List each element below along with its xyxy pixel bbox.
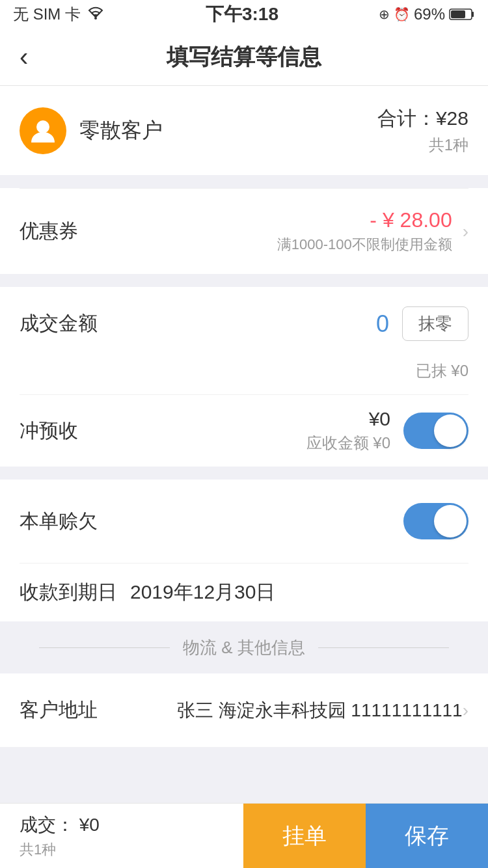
prepay-amount: ¥0: [306, 408, 390, 430]
bottom-bar: 成交： ¥0 共1种 挂单 保存: [0, 803, 488, 868]
battery-label: 69%: [414, 5, 445, 23]
due-date-row[interactable]: 收款到期日 2019年12月30日: [20, 563, 468, 621]
prepay-row: 冲预收 ¥0 应收金额 ¥0: [20, 394, 468, 467]
bottom-summary: 成交： ¥0 共1种: [0, 813, 243, 860]
divider-label: 物流 & 其他信息: [170, 636, 318, 659]
customer-section: 零散客户 合计：¥28 共1种: [0, 86, 488, 175]
debt-section: 本单赊欠 收款到期日 2019年12月30日: [0, 480, 488, 621]
svg-rect-2: [472, 12, 474, 17]
person-icon: [29, 116, 57, 145]
svg-point-0: [94, 17, 97, 20]
coupon-chevron-icon: ›: [463, 221, 468, 242]
alarm-icon: ⏰: [394, 7, 410, 22]
transaction-value: 0: [376, 310, 389, 338]
transaction-row: 成交金额 0 抹零: [20, 287, 468, 360]
due-date-value: 2019年12月30日: [130, 579, 275, 606]
total-amount: 合计：¥28: [377, 105, 468, 132]
wifi-icon: [86, 5, 105, 23]
transaction-right: 0 抹零: [376, 306, 468, 341]
svg-point-4: [36, 120, 49, 133]
transaction-label: 成交金额: [20, 310, 98, 337]
coupon-section: 优惠券 - ¥ 28.00 满1000-100不限制使用金额 ›: [0, 188, 488, 274]
debt-toggle-knob: [434, 505, 467, 537]
coupon-right: - ¥ 28.00 满1000-100不限制使用金额 ›: [277, 208, 468, 254]
prepay-toggle[interactable]: [403, 413, 468, 449]
sep-3: [0, 467, 488, 480]
address-section: 客户地址 张三 海淀永丰科技园 11111111111 ›: [0, 673, 488, 747]
transaction-section: 成交金额 0 抹零 已抹 ¥0 冲预收 ¥0 应收金额 ¥0: [0, 287, 488, 467]
debt-toggle[interactable]: [403, 503, 468, 539]
bottom-summary-count: 共1种: [20, 840, 224, 860]
prepay-sub: 应收金额 ¥0: [306, 433, 390, 454]
no-sim-label: 无 SIM 卡: [13, 4, 81, 25]
status-bar: 无 SIM 卡 下午3:18 ⊕ ⏰ 69%: [0, 0, 488, 29]
debt-row: 本单赊欠: [20, 480, 468, 563]
customer-name: 零散客户: [79, 116, 163, 145]
status-time: 下午3:18: [206, 2, 278, 27]
page-title: 填写结算等信息: [167, 42, 321, 72]
address-label: 客户地址: [20, 697, 98, 724]
customer-avatar: [20, 107, 66, 154]
toggle-knob: [434, 414, 467, 447]
total-count: 共1种: [377, 135, 468, 156]
customer-left: 零散客户: [20, 107, 163, 154]
divider-section: 物流 & 其他信息: [0, 621, 488, 673]
coupon-label: 优惠券: [20, 218, 78, 245]
nav-bar: ‹ 填写结算等信息: [0, 29, 488, 86]
prepay-label: 冲预收: [20, 418, 78, 444]
address-row[interactable]: 客户地址 张三 海淀永丰科技园 11111111111 ›: [20, 673, 468, 747]
address-chevron-icon: ›: [463, 700, 468, 721]
prepay-right: ¥0 应收金额 ¥0: [306, 408, 468, 454]
due-date-label: 收款到期日: [20, 579, 117, 606]
pending-button[interactable]: 挂单: [243, 804, 366, 869]
status-left: 无 SIM 卡: [13, 4, 105, 25]
battery-icon: [449, 8, 475, 21]
prepay-values: ¥0 应收金额 ¥0: [306, 408, 390, 454]
customer-row: 零散客户 合计：¥28 共1种: [20, 86, 468, 175]
coupon-desc: 满1000-100不限制使用金额: [277, 235, 452, 254]
customer-right: 合计：¥28 共1种: [377, 105, 468, 156]
transaction-sub: 已抹 ¥0: [20, 360, 468, 394]
bottom-summary-amount: 成交： ¥0: [20, 813, 224, 837]
status-right: ⊕ ⏰ 69%: [379, 5, 475, 23]
address-value: 张三 海淀永丰科技园 11111111111: [117, 698, 463, 723]
coupon-values: - ¥ 28.00 满1000-100不限制使用金额: [277, 208, 452, 254]
svg-rect-3: [451, 10, 465, 18]
sep-2: [0, 274, 488, 287]
save-button[interactable]: 保存: [366, 804, 488, 869]
debt-label: 本单赊欠: [20, 508, 98, 535]
sep-1: [0, 175, 488, 188]
coupon-row[interactable]: 优惠券 - ¥ 28.00 满1000-100不限制使用金额 ›: [20, 188, 468, 274]
round-zero-button[interactable]: 抹零: [402, 306, 468, 341]
content-area: 零散客户 合计：¥28 共1种 优惠券 - ¥ 28.00 满1000-100不…: [0, 86, 488, 812]
coupon-discount: - ¥ 28.00: [277, 208, 452, 232]
back-button[interactable]: ‹: [20, 42, 28, 72]
location-icon: ⊕: [379, 7, 390, 22]
